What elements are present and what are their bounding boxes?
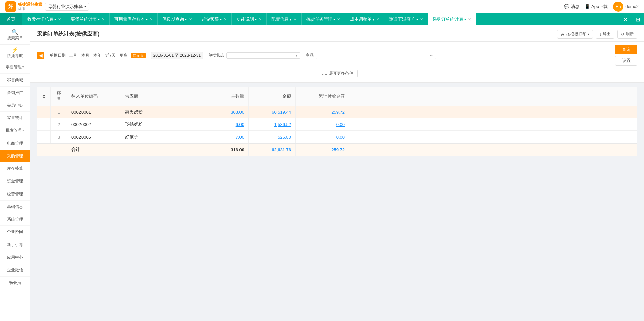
expand-tabs-btn[interactable]: ⊞: [632, 13, 644, 25]
sidebar-item-retail[interactable]: 零售管理 ▾: [0, 61, 30, 74]
tab-gongneng[interactable]: 功能说明 ▾ ✕: [232, 13, 267, 25]
sidebar-item-operation[interactable]: 经营管理: [0, 188, 30, 201]
download-icon: 📱: [585, 4, 590, 9]
avatar: Ea: [613, 2, 623, 12]
sidebar-item-system[interactable]: 系统管理: [0, 213, 30, 226]
sidebar-wechat-label: 企业微信: [7, 268, 23, 272]
tab-paihuo[interactable]: 拣货任务管理 ▾ ✕: [302, 13, 345, 25]
close-icon[interactable]: ✕: [189, 17, 192, 22]
th-paid: 累计付款金额: [296, 87, 349, 106]
sidebar-item-quicknav[interactable]: ⚡ 快捷导航: [0, 45, 30, 61]
footer-label: 合计: [67, 143, 208, 156]
user-area[interactable]: Ea demo2: [613, 2, 639, 12]
print-icon: 🖨: [561, 32, 565, 37]
sidebar-appcenter-label: 应用中心: [7, 255, 23, 260]
sidebar-item-appcenter[interactable]: 应用中心: [0, 251, 30, 264]
tab-label: 要货单统计表: [71, 16, 97, 22]
close-icon[interactable]: ✕: [58, 17, 61, 22]
chevron-icon: ▾: [373, 18, 374, 21]
tab-keyongliang[interactable]: 可用量库存账本 ▾ ✕: [110, 13, 158, 25]
sidebar-item-finance[interactable]: 资金管理: [0, 175, 30, 188]
tab-home[interactable]: 首页: [0, 13, 22, 25]
shortcut-more[interactable]: 更多: [118, 52, 129, 59]
tab-caigou[interactable]: 采购订单统计表 ▾ ✕: [428, 13, 476, 25]
print-label: 按模板打印: [566, 31, 586, 37]
close-icon[interactable]: ✕: [150, 17, 153, 22]
close-icon[interactable]: ✕: [420, 17, 423, 22]
cell-quantity: 6.00: [208, 118, 249, 131]
sidebar-item-search[interactable]: 🔍 搜索菜单: [0, 25, 30, 45]
sidebar: 🔍 搜索菜单 ⚡ 快捷导航 零售管理 ▾ 零售商城 营销推广 会员中心 零售统计…: [0, 25, 30, 321]
shortcut-7days[interactable]: 近7天: [104, 52, 117, 59]
workspace-selector[interactable]: 母婴行业演示账套 ▾: [45, 3, 89, 11]
page-actions: 🖨 按模板打印 ▾ ↓ 导出 ↺ 刷新: [557, 30, 637, 39]
sidebar-item-retail-stat[interactable]: 零售统计: [0, 112, 30, 124]
tab-shoufahui[interactable]: 收发存汇总表 ▾ ✕: [22, 13, 66, 25]
filter-toggle-btn[interactable]: ◀: [37, 52, 44, 59]
sidebar-finance-label: 资金管理: [7, 179, 23, 183]
table-row: 1 00020001 惠氏奶粉 303.00 60,519.44 259.72: [37, 106, 637, 118]
tab-chengben[interactable]: 成本调整单 ▾ ✕: [345, 13, 384, 25]
sidebar-item-marketing[interactable]: 营销推广: [0, 87, 30, 99]
messages-btn[interactable]: 💬 消息: [564, 4, 579, 10]
sidebar-item-purchase[interactable]: 采购管理: [0, 150, 30, 163]
sidebar-item-inventory[interactable]: 库存核算: [0, 162, 30, 175]
close-icon[interactable]: ✕: [468, 17, 471, 22]
th-quantity: 主数量: [208, 87, 249, 106]
cell-supplier: 惠氏奶粉: [121, 106, 208, 118]
table-header-row: ⚙ 序号 往来单位编码 供应商 主数量 金额 累计付款金额: [37, 87, 637, 106]
export-button[interactable]: ↓ 导出: [596, 30, 614, 39]
close-icon[interactable]: ✕: [293, 17, 297, 22]
app-download-label: App下载: [591, 4, 608, 10]
sidebar-item-wechat[interactable]: 企业微信: [0, 264, 30, 277]
sidebar-enterprise-label: 企业协同: [7, 229, 23, 234]
cell-settings: [37, 118, 51, 131]
close-icon[interactable]: ✕: [102, 17, 105, 22]
th-settings[interactable]: ⚙: [37, 87, 51, 106]
sidebar-item-member[interactable]: 会员中心: [0, 99, 30, 112]
sidebar-item-enterprise[interactable]: 企业协同: [0, 226, 30, 238]
app-download-btn[interactable]: 📱 App下载: [585, 4, 608, 10]
sidebar-item-vip[interactable]: 畅会员: [0, 277, 30, 289]
print-button[interactable]: 🖨 按模板打印 ▾: [557, 30, 593, 39]
sidebar-quicknav-label: 快捷导航: [0, 53, 30, 59]
sidebar-item-ecommerce[interactable]: 电商管理: [0, 137, 30, 150]
sidebar-retail-label: 零售管理: [6, 64, 22, 70]
main-layout: 🔍 搜索菜单 ⚡ 快捷导航 零售管理 ▾ 零售商城 营销推广 会员中心 零售统计…: [0, 25, 644, 321]
workspace-name: 母婴行业演示账套: [48, 4, 83, 10]
shortcut-last-month[interactable]: 上月: [68, 52, 78, 59]
sidebar-marketing-label: 营销推广: [7, 90, 23, 95]
chevron-icon: ▾: [290, 18, 291, 21]
refresh-button[interactable]: ↺ 刷新: [617, 30, 637, 39]
close-icon[interactable]: ✕: [224, 17, 227, 22]
filter-goods-item: 商品 ···: [306, 52, 436, 59]
status-select[interactable]: ▾: [226, 52, 300, 59]
setting-button[interactable]: 设置: [615, 56, 637, 66]
content-area: 采购订单统计表(按供应商) 🖨 按模板打印 ▾ ↓ 导出 ↺ 刷新: [30, 25, 644, 321]
goods-input[interactable]: ···: [316, 52, 436, 59]
tab-yaoqing[interactable]: 邀请下游客户 ▾ ✕: [384, 13, 428, 25]
query-button[interactable]: 查询: [615, 45, 637, 54]
sidebar-item-base[interactable]: 基础信息: [0, 201, 30, 213]
sidebar-item-batch[interactable]: 批发管理 ▾: [0, 124, 30, 137]
cell-paid: 0.00: [296, 131, 349, 144]
date-range[interactable]: 2016-01-01 至 2023-12-31: [151, 52, 203, 59]
date-label: 单据日期: [50, 53, 66, 58]
expand-conditions-btn[interactable]: ⌄⌄ 展开更多条件: [317, 70, 358, 77]
close-all-tabs-btn[interactable]: ✕: [619, 13, 632, 25]
cell-num: 3: [51, 131, 67, 144]
close-icon[interactable]: ✕: [376, 17, 379, 22]
filter-row-main: ◀ 单据日期 上月 本月 本年 近7天 更多 自定义 2016-01-01 至 …: [37, 45, 637, 66]
chevron-icon: ▾: [54, 18, 56, 21]
tab-yaohuo[interactable]: 要货单统计表 ▾ ✕: [66, 13, 110, 25]
cell-amount: 1,586.52: [249, 118, 296, 131]
tab-baozhiqi[interactable]: 保质期查询 ▾ ✕: [158, 13, 197, 25]
tab-peizhi[interactable]: 配置信息 ▾ ✕: [267, 13, 302, 25]
shortcut-this-month[interactable]: 本月: [80, 52, 91, 59]
close-icon[interactable]: ✕: [337, 17, 340, 22]
sidebar-item-retail-store[interactable]: 零售商城: [0, 74, 30, 87]
sidebar-item-newbie[interactable]: 新手引导: [0, 238, 30, 251]
close-icon[interactable]: ✕: [259, 17, 262, 22]
tab-chaochu[interactable]: 超储预警 ▾ ✕: [197, 13, 232, 25]
shortcut-this-year[interactable]: 本年: [92, 52, 103, 59]
